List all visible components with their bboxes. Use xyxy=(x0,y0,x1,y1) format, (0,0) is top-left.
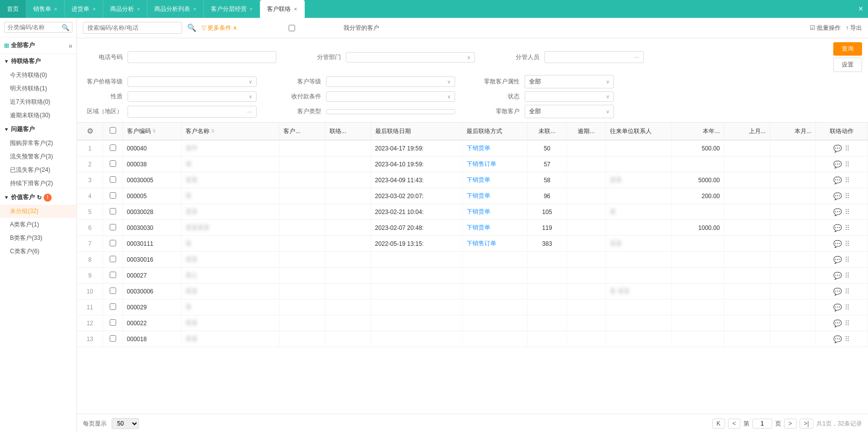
more-icon[interactable]: ⠿ xyxy=(845,144,850,152)
page-number-input[interactable] xyxy=(752,419,772,429)
payment-select[interactable]: ∨ xyxy=(326,91,455,102)
row-checkbox[interactable] xyxy=(110,144,116,151)
refresh-icon[interactable]: ↻ xyxy=(37,194,42,201)
page-size-select[interactable]: 50 100 xyxy=(112,418,139,429)
last-method-link[interactable]: 下销售订单 xyxy=(467,240,496,247)
table-header-type[interactable]: 客户... xyxy=(279,123,325,140)
message-icon[interactable]: 💬 xyxy=(833,303,842,311)
message-icon[interactable]: 💬 xyxy=(833,160,842,168)
sidebar-item-class-c[interactable]: C类客户(6) xyxy=(0,245,76,258)
table-header-last-method[interactable]: 最后联络方式 xyxy=(462,123,528,140)
more-icon[interactable]: ⠿ xyxy=(845,256,850,264)
row-checkbox[interactable] xyxy=(110,335,116,342)
tab-customer-segment-close[interactable]: × xyxy=(250,6,253,12)
last-method-link[interactable]: 下销货单 xyxy=(467,224,490,231)
more-icon[interactable]: ⠿ xyxy=(845,240,850,248)
sidebar-group-problem[interactable]: ▼ 问题客户 xyxy=(0,122,76,137)
more-icon[interactable]: ⠿ xyxy=(845,319,850,327)
table-header-contact[interactable]: 联络... xyxy=(325,123,371,140)
table-header-this-month[interactable]: 本月... xyxy=(770,123,815,140)
main-search-icon[interactable]: 🔍 xyxy=(187,23,197,32)
reset-button[interactable]: 设置 xyxy=(833,58,862,72)
price-level-select[interactable]: ∨ xyxy=(128,76,257,87)
tab-purchase[interactable]: 进货单 × xyxy=(65,0,103,18)
prev-page-btn[interactable]: < xyxy=(728,419,740,429)
settings-icon[interactable]: ⚙ xyxy=(87,127,93,135)
manager-select[interactable]: ··· xyxy=(544,51,644,63)
message-icon[interactable]: 💬 xyxy=(833,176,842,184)
retail-attr-select[interactable]: 全部 ∨ xyxy=(525,75,614,88)
department-select[interactable]: ∨ xyxy=(346,52,475,63)
query-button[interactable]: 查询 xyxy=(833,42,862,56)
table-header-this-year[interactable]: 本年... xyxy=(672,123,724,140)
row-checkbox[interactable] xyxy=(110,224,116,230)
sidebar-item-overdue[interactable]: 逾期未联络(30) xyxy=(0,109,76,122)
table-header-name[interactable]: 客户名称⇅ xyxy=(182,123,279,140)
sidebar-collapse-btn[interactable]: « xyxy=(68,42,72,50)
table-header-overdue[interactable]: 逾期... xyxy=(567,123,606,140)
tab-customer-contact[interactable]: 客户联络 × xyxy=(260,0,304,18)
message-icon[interactable]: 💬 xyxy=(833,288,842,295)
last-method-link[interactable]: 下销售订单 xyxy=(467,160,496,167)
more-icon[interactable]: ⠿ xyxy=(845,160,850,168)
row-checkbox[interactable] xyxy=(110,272,116,278)
last-method-link[interactable]: 下销货单 xyxy=(467,144,490,151)
row-checkbox[interactable] xyxy=(110,240,116,246)
sidebar-item-class-b[interactable]: B类客户(33) xyxy=(0,231,76,245)
tab-customer-segment[interactable]: 客户分层经营 × xyxy=(204,0,260,18)
message-icon[interactable]: 💬 xyxy=(833,335,842,343)
sidebar-item-7days[interactable]: 近7天待联络(0) xyxy=(0,95,76,109)
batch-op-btn[interactable]: ☑ 批量操作 xyxy=(810,24,841,32)
sidebar-item-tomorrow[interactable]: 明天待联络(1) xyxy=(0,82,76,95)
first-page-btn[interactable]: K xyxy=(712,419,725,429)
export-btn[interactable]: ↑ 导出 xyxy=(846,24,862,32)
my-customers-checkbox[interactable]: 我分管的客户 xyxy=(242,24,379,32)
next-page-btn[interactable]: > xyxy=(784,419,797,429)
more-icon[interactable]: ⠿ xyxy=(845,176,850,184)
table-header-code[interactable]: 客户编码⇅ xyxy=(123,123,181,140)
message-icon[interactable]: 💬 xyxy=(833,319,842,327)
row-checkbox[interactable] xyxy=(110,288,116,294)
region-dots-icon[interactable]: ··· xyxy=(247,108,252,115)
tab-analysis-close[interactable]: × xyxy=(137,6,140,12)
sidebar-item-class-a[interactable]: A类客户(1) xyxy=(0,218,76,231)
tab-customer-contact-close[interactable]: × xyxy=(294,6,297,12)
my-customers-check[interactable] xyxy=(242,25,341,31)
more-icon[interactable]: ⠿ xyxy=(845,335,850,343)
table-header-last-month[interactable]: 上月... xyxy=(724,123,770,140)
row-checkbox[interactable] xyxy=(110,192,116,199)
row-checkbox[interactable] xyxy=(110,160,116,167)
message-icon[interactable]: 💬 xyxy=(833,144,842,152)
customer-type-select[interactable] xyxy=(326,109,455,114)
more-icon[interactable]: ⠿ xyxy=(845,288,850,295)
last-page-btn[interactable]: >| xyxy=(800,419,813,429)
window-close-icon[interactable]: × xyxy=(859,4,863,13)
tab-sales-close[interactable]: × xyxy=(54,6,57,12)
table-header-partner[interactable]: 往来单位联系人 xyxy=(606,123,672,140)
message-icon[interactable]: 💬 xyxy=(833,208,842,216)
nature-select[interactable]: ∨ xyxy=(128,91,257,102)
tab-sales[interactable]: 销售单 × xyxy=(26,0,65,18)
more-icon[interactable]: ⠿ xyxy=(845,208,850,216)
more-icon[interactable]: ⠿ xyxy=(845,224,850,232)
last-method-link[interactable]: 下销货单 xyxy=(467,176,490,183)
tab-purchase-close[interactable]: × xyxy=(92,6,95,12)
sidebar-item-today[interactable]: 今天待联络(0) xyxy=(0,69,76,82)
customer-level-select[interactable]: ∨ xyxy=(326,76,455,87)
sidebar-item-hoarding[interactable]: 囤购异常客户(2) xyxy=(0,137,76,150)
tab-home[interactable]: 首页 xyxy=(0,0,26,18)
sidebar-item-loss-warning[interactable]: 流失预警客户(3) xyxy=(0,150,76,163)
message-icon[interactable]: 💬 xyxy=(833,256,842,264)
table-header-last-date[interactable]: 最后联络日期 xyxy=(371,123,462,140)
more-icon[interactable]: ⠿ xyxy=(845,192,850,200)
select-all-checkbox[interactable] xyxy=(110,127,116,134)
tab-analysis-list[interactable]: 商品分析列表 × xyxy=(147,0,203,18)
phone-input[interactable] xyxy=(128,51,276,63)
status-select[interactable]: ∨ xyxy=(525,91,614,102)
row-checkbox[interactable] xyxy=(110,303,116,310)
message-icon[interactable]: 💬 xyxy=(833,192,842,200)
tab-analysis[interactable]: 商品分析 × xyxy=(103,0,147,18)
manager-dots-icon[interactable]: ··· xyxy=(634,54,639,61)
sidebar-item-ungrouped[interactable]: 未分组(32) xyxy=(0,205,76,218)
more-conditions-btn[interactable]: ▽ 更多条件 ∧ xyxy=(201,24,237,32)
